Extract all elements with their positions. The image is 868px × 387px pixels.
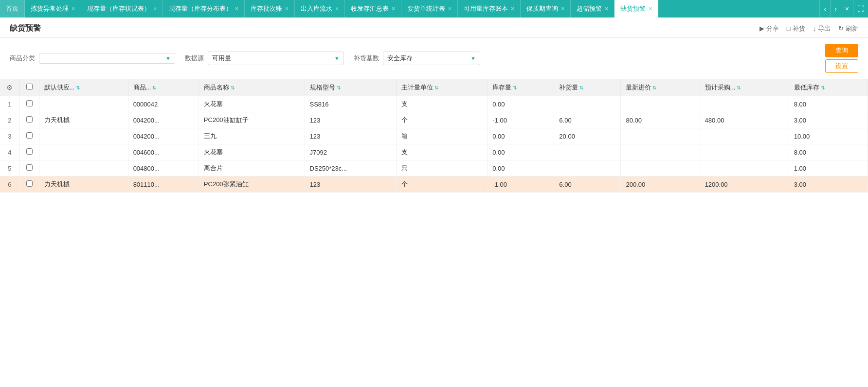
row-num-cell: 2 <box>0 112 19 128</box>
row-checkbox-cell[interactable] <box>19 160 39 176</box>
settings-button[interactable]: 设置 <box>825 59 858 73</box>
th-min-stock[interactable]: 最低库存 ⇅ <box>789 79 868 96</box>
close-tab-abnormal[interactable]: × <box>72 5 75 12</box>
row-replenish <box>554 96 621 112</box>
close-tab-inventory-status[interactable]: × <box>153 5 157 12</box>
close-tab-available-ledger[interactable]: × <box>511 5 514 12</box>
close-tab-batch-account[interactable]: × <box>285 5 289 12</box>
row-checkbox[interactable] <box>26 148 33 155</box>
tab-shortage[interactable]: 缺货预警 × <box>615 0 658 18</box>
row-checkbox[interactable] <box>26 116 33 123</box>
row-min-stock: 8.00 <box>789 144 868 160</box>
th-spec[interactable]: 规格型号 ⇅ <box>305 79 396 96</box>
tab-inventory-status[interactable]: 现存量（库存状况表） × <box>81 0 163 18</box>
row-stock: 0.00 <box>488 128 554 144</box>
tab-next-button[interactable]: › <box>830 0 841 18</box>
row-product-code: 004200... <box>128 128 199 144</box>
row-checkbox[interactable] <box>26 100 33 106</box>
row-est-purchase: 1200.00 <box>700 176 789 193</box>
th-product-name[interactable]: 商品名称 ⇅ <box>199 79 305 96</box>
row-num-cell: 4 <box>0 144 19 160</box>
close-tab-shortage[interactable]: × <box>649 5 652 12</box>
datasource-select[interactable]: 可用量 ▼ <box>208 52 344 65</box>
row-replenish <box>554 144 621 160</box>
row-checkbox[interactable] <box>26 164 33 171</box>
tab-inventory-dist[interactable]: 现存量（库存分布表） × <box>163 0 245 18</box>
th-replenish[interactable]: 补货量 ⇅ <box>554 79 621 96</box>
datasource-filter-group: 数据源 可用量 ▼ <box>185 52 344 65</box>
close-tab-overstock[interactable]: × <box>605 5 608 12</box>
tab-abnormal[interactable]: 拣货异常处理 × <box>25 0 81 18</box>
row-product-name: PC200油缸缸子 <box>199 112 305 128</box>
table-body: 1 0000042 火花塞 SS816 支 0.00 8.00 2 力天机械 0… <box>0 96 868 193</box>
tab-fullscreen-button[interactable]: ⛶ <box>853 0 868 18</box>
filter-actions: 查询 设置 <box>825 44 858 73</box>
tab-overstock[interactable]: 超储预警 × <box>571 0 615 18</box>
th-product-code[interactable]: 商品... ⇅ <box>128 79 199 96</box>
sort-supplier-icon: ⇅ <box>76 85 80 90</box>
category-label: 商品分类 <box>10 54 35 63</box>
category-filter-group: 商品分类 ▼ <box>10 53 175 64</box>
refresh-button[interactable]: ↻ 刷新 <box>838 24 858 33</box>
row-checkbox-cell[interactable] <box>19 128 39 144</box>
row-product-code: 801110... <box>128 176 199 193</box>
tab-inout-flow[interactable]: 出入库流水 × <box>295 0 345 18</box>
th-settings[interactable]: ⚙ <box>0 79 19 96</box>
query-button[interactable]: 查询 <box>825 44 858 57</box>
close-tab-inventory-dist[interactable]: × <box>235 5 238 12</box>
th-est-purchase[interactable]: 预计采购... ⇅ <box>700 79 789 96</box>
row-checkbox-cell[interactable] <box>19 176 39 193</box>
header-actions: ▶ 分享 □ 补货 ↓ 导出 ↻ 刷新 <box>760 24 858 33</box>
close-tab-order-stat[interactable]: × <box>448 5 452 12</box>
row-product-name: 火花塞 <box>199 96 305 112</box>
tab-available-ledger[interactable]: 可用量库存账本 × <box>458 0 521 18</box>
th-unit[interactable]: 主计量单位 ⇅ <box>396 79 487 96</box>
tab-batch-account[interactable]: 库存批次账 × <box>245 0 295 18</box>
datasource-dropdown-icon: ▼ <box>334 55 340 61</box>
row-checkbox[interactable] <box>26 132 33 139</box>
row-product-code: 004800... <box>128 160 199 176</box>
th-supplier[interactable]: 默认供应... ⇅ <box>39 79 128 96</box>
tab-order-stat[interactable]: 要货单统计表 × <box>401 0 458 18</box>
close-tab-expiry-query[interactable]: × <box>561 5 564 12</box>
tab-prev-button[interactable]: ‹ <box>819 0 830 18</box>
row-supplier: 力天机械 <box>39 112 128 128</box>
replenish-base-label: 补货基数 <box>354 54 379 63</box>
tab-expiry-query[interactable]: 保质期查询 × <box>521 0 571 18</box>
column-settings-icon[interactable]: ⚙ <box>6 84 13 91</box>
tab-close-all-button[interactable]: × <box>841 0 853 18</box>
sort-stock-icon: ⇅ <box>513 85 517 90</box>
row-checkbox-cell[interactable] <box>19 144 39 160</box>
data-table: ⚙ 默认供应... ⇅ 商品... ⇅ <box>0 79 868 193</box>
replenish-button[interactable]: □ 补货 <box>787 24 805 33</box>
row-supplier <box>39 144 128 160</box>
th-stock[interactable]: 库存量 ⇅ <box>488 79 554 96</box>
tab-nav-buttons: ‹ › × ⛶ <box>819 0 868 18</box>
export-button[interactable]: ↓ 导出 <box>813 24 831 33</box>
row-est-purchase: 480.00 <box>700 112 789 128</box>
row-num-cell: 6 <box>0 176 19 193</box>
sort-spec-icon: ⇅ <box>337 85 341 90</box>
page-header: 缺货预警 ▶ 分享 □ 补货 ↓ 导出 ↻ 刷新 <box>0 18 868 38</box>
row-spec: 123 <box>305 128 396 144</box>
datasource-label: 数据源 <box>185 54 204 63</box>
category-select[interactable]: ▼ <box>39 53 175 64</box>
row-est-purchase <box>700 160 789 176</box>
tab-recv-summary[interactable]: 收发存汇总表 × <box>345 0 401 18</box>
close-tab-inout-flow[interactable]: × <box>335 5 339 12</box>
select-all-checkbox[interactable] <box>26 84 33 90</box>
row-checkbox-cell[interactable] <box>19 96 39 112</box>
tab-home[interactable]: 首页 <box>0 0 25 18</box>
row-replenish: 6.00 <box>554 176 621 193</box>
row-unit: 个 <box>396 176 487 193</box>
close-tab-recv-summary[interactable]: × <box>392 5 395 12</box>
row-checkbox[interactable] <box>26 180 33 187</box>
row-unit: 箱 <box>396 128 487 144</box>
row-checkbox-cell[interactable] <box>19 112 39 128</box>
replenish-base-select[interactable]: 安全库存 ▼ <box>383 52 480 65</box>
share-button[interactable]: ▶ 分享 <box>760 24 779 33</box>
th-latest-price[interactable]: 最新进价 ⇅ <box>621 79 700 96</box>
row-min-stock: 10.00 <box>789 128 868 144</box>
tab-bar: 首页 拣货异常处理 × 现存量（库存状况表） × 现存量（库存分布表） × 库存… <box>0 0 868 18</box>
row-est-purchase <box>700 128 789 144</box>
